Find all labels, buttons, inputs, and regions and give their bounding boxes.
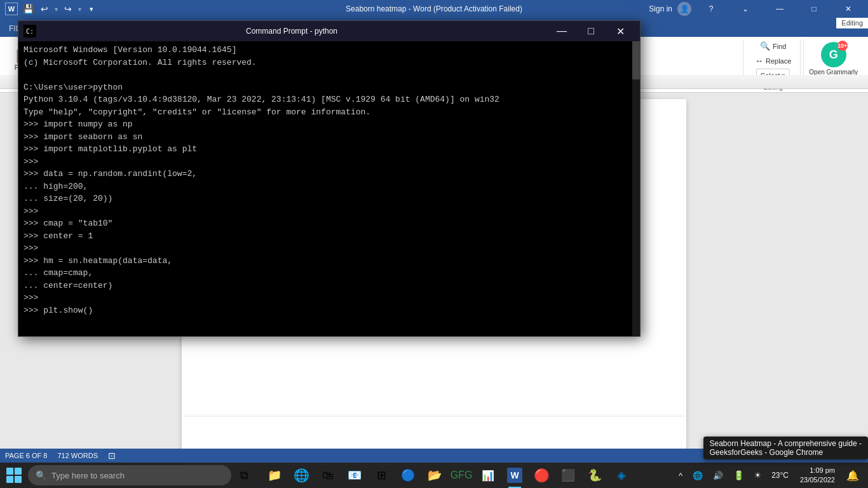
cmd-content[interactable]: Microsoft Windows [Version 10.0.19044.16… bbox=[18, 41, 640, 336]
taskbar-app-browser2[interactable]: 🔵 bbox=[395, 463, 421, 488]
cmd-line-1: Microsoft Windows [Version 10.0.19044.16… bbox=[24, 44, 635, 57]
replace-icon: ↔ bbox=[755, 56, 763, 65]
taskbar-app-explorer[interactable]: 📁 bbox=[262, 463, 287, 488]
page-info: PAGE 6 OF 8 bbox=[5, 452, 47, 459]
tooltip-line1: Seaborn Heatmap - A comprehensive guide … bbox=[710, 439, 862, 448]
taskbar-app-word[interactable]: W bbox=[502, 463, 527, 488]
user-icon: 👤 bbox=[677, 2, 691, 16]
taskbar-app-msstore2[interactable]: ⊞ bbox=[369, 463, 394, 488]
cmd-line-12: ... high=200, bbox=[24, 180, 635, 193]
cmd-scroll-thumb bbox=[632, 41, 640, 79]
chevron-tray-icon[interactable]: ^ bbox=[675, 468, 686, 483]
save-icon[interactable]: 💾 bbox=[22, 3, 34, 15]
cmd-close-button[interactable]: ✕ bbox=[606, 21, 635, 41]
cmd-line-15: >>> cmap = "tab10" bbox=[24, 217, 635, 230]
chrome-tooltip: Seaborn Heatmap - A comprehensive guide … bbox=[703, 437, 868, 459]
temperature-label: 23°C bbox=[768, 468, 792, 482]
editing-mode-badge: Editing bbox=[836, 18, 868, 29]
clock-date: 23/05/2022 bbox=[800, 475, 835, 485]
start-button[interactable] bbox=[0, 463, 28, 488]
cmd-title-bar: C: Command Prompt - python — □ ✕ bbox=[18, 21, 640, 41]
volume-icon[interactable]: 🔊 bbox=[709, 468, 727, 483]
taskbar-search[interactable]: 🔍 Type here to search bbox=[28, 465, 231, 485]
taskbar-app-terminal[interactable]: ⬛ bbox=[555, 463, 581, 488]
cmd-line-6: Type "help", "copyright", "credits" or "… bbox=[24, 106, 635, 119]
taskbar-app-files[interactable]: 📂 bbox=[422, 463, 447, 488]
cmd-line-3 bbox=[24, 69, 635, 81]
project-icon: 📊 bbox=[480, 468, 496, 483]
cmd-line-17: >>> bbox=[24, 242, 635, 255]
find-label: Find bbox=[773, 43, 786, 50]
svg-text:C:: C: bbox=[26, 28, 34, 35]
taskbar-app-store[interactable]: 🛍 bbox=[315, 463, 341, 488]
taskbar-app-edge[interactable]: 🌐 bbox=[288, 463, 314, 488]
taskbar-app-gfg[interactable]: GFG bbox=[449, 463, 474, 488]
task-view-icon: ⧉ bbox=[236, 468, 252, 483]
cmd-scrollbar[interactable] bbox=[632, 41, 640, 336]
clock-time: 1:09 pm bbox=[810, 466, 835, 475]
python-icon: 🐍 bbox=[587, 468, 602, 483]
taskbar-app-chrome[interactable]: 🔴 bbox=[529, 463, 554, 488]
clock-area[interactable]: 1:09 pm 23/05/2022 bbox=[795, 466, 840, 485]
search-placeholder: Type here to search bbox=[51, 471, 125, 480]
search-icon: 🔍 bbox=[36, 470, 46, 480]
word-count: 712 WORDS bbox=[57, 452, 98, 459]
taskbar-app-project[interactable]: 📊 bbox=[475, 463, 501, 488]
cmd-line-11: >>> data = np.random.randint(low=2, bbox=[24, 168, 635, 180]
cmd-line-8: >>> import seaborn as sn bbox=[24, 131, 635, 144]
tooltip-line2: GeeksforGeeks - Google Chrome bbox=[710, 448, 862, 457]
layout-icon[interactable]: ⊡ bbox=[108, 451, 116, 461]
taskbar: 🔍 Type here to search ⧉ 📁 🌐 🛍 📧 ⊞ 🔵 📂 GF… bbox=[0, 463, 868, 488]
cmd-maximize-button[interactable]: □ bbox=[576, 21, 606, 41]
redo-icon[interactable]: ↪ bbox=[62, 3, 74, 15]
taskbar-task-view[interactable]: ⧉ bbox=[231, 463, 257, 488]
word-app-icon: W bbox=[5, 3, 18, 15]
sign-in-area: Sign in 👤 ? ⌄ — □ ✕ bbox=[649, 0, 863, 18]
system-tray: ^ 🌐 🔊 🔋 ☀ 23°C 1:09 pm 23/05/2022 🔔 bbox=[670, 463, 868, 488]
cmd-controls: — □ ✕ bbox=[547, 21, 635, 41]
taskbar-app-python[interactable]: 🐍 bbox=[582, 463, 607, 488]
status-left: PAGE 6 OF 8 712 WORDS ⊡ bbox=[5, 451, 116, 461]
help-button[interactable]: ? bbox=[696, 0, 726, 18]
ribbon-collapse-button[interactable]: ⌄ bbox=[731, 0, 760, 18]
files-icon: 📂 bbox=[427, 468, 442, 483]
taskbar-apps: 📁 🌐 🛍 📧 ⊞ 🔵 📂 GFG 📊 W 🔴 bbox=[262, 463, 634, 488]
explorer-icon: 📁 bbox=[267, 468, 282, 483]
cmd-line-4: C:\Users\user>python bbox=[24, 81, 635, 94]
minimize-button[interactable]: — bbox=[765, 0, 794, 18]
cmd-line-2: (c) Microsoft Corporation. All rights re… bbox=[24, 57, 635, 69]
windows-logo bbox=[6, 468, 22, 483]
battery-icon[interactable]: 🔋 bbox=[729, 468, 748, 483]
cmd-line-22: >>> plt.show() bbox=[24, 304, 635, 317]
cmd-line-13: ... size=(20, 20)) bbox=[24, 193, 635, 205]
cmd-line-10: >>> bbox=[24, 156, 635, 168]
cmd-line-21: >>> bbox=[24, 292, 635, 304]
taskbar-app-vscode[interactable]: ◈ bbox=[609, 463, 634, 488]
network-icon[interactable]: 🌐 bbox=[689, 468, 707, 483]
replace-button[interactable]: ↔ Replace bbox=[751, 54, 795, 67]
maximize-button[interactable]: □ bbox=[799, 0, 829, 18]
browser2-icon: 🔵 bbox=[400, 468, 416, 483]
editing-mode-text: Editing bbox=[841, 19, 863, 27]
cmd-line-16: >>> center = 1 bbox=[24, 230, 635, 243]
chrome-icon: 🔴 bbox=[534, 468, 549, 483]
grammarly-badge: 10+ bbox=[837, 41, 848, 51]
cmd-line-18: >>> hm = sn.heatmap(data=data, bbox=[24, 255, 635, 268]
find-icon: 🔍 bbox=[760, 41, 770, 51]
customize-icon[interactable]: ▾ bbox=[85, 3, 98, 15]
weather-icon[interactable]: ☀ bbox=[750, 468, 765, 482]
replace-label: Replace bbox=[766, 57, 791, 65]
close-button[interactable]: ✕ bbox=[834, 0, 863, 18]
find-button[interactable]: 🔍 Find bbox=[756, 39, 790, 53]
cmd-line-14: >>> bbox=[24, 205, 635, 218]
taskbar-app-mail[interactable]: 📧 bbox=[342, 463, 367, 488]
cmd-line-20: ... center=center) bbox=[24, 280, 635, 292]
grammarly-icon: G 10+ bbox=[821, 42, 846, 67]
cmd-window: C: Command Prompt - python — □ ✕ Microso… bbox=[18, 20, 641, 337]
sign-in-label[interactable]: Sign in bbox=[649, 4, 672, 13]
window-title: Seaborn heatmap - Word (Product Activati… bbox=[346, 4, 522, 13]
undo-icon[interactable]: ↩ bbox=[38, 3, 51, 15]
notification-button[interactable]: 🔔 bbox=[843, 463, 863, 488]
cmd-minimize-button[interactable]: — bbox=[547, 21, 576, 41]
cmd-app-icon: C: bbox=[24, 25, 36, 37]
